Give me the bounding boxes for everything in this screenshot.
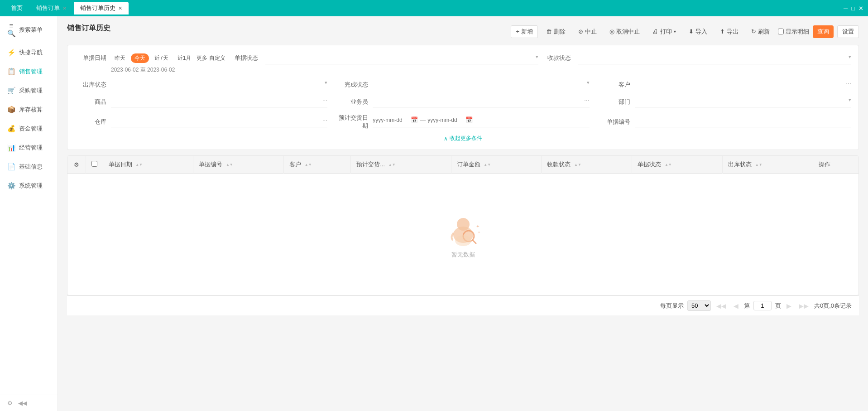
import-button[interactable]: ⬇ 导入 [684, 25, 712, 38]
page-input[interactable] [753, 301, 772, 310]
product-value[interactable]: ··· [111, 95, 327, 107]
table-body: ✦ ✦ 暂无数据 [67, 174, 858, 295]
sidebar-collapse-icon[interactable]: ◀◀ [18, 400, 27, 406]
th-number[interactable]: 单据编号 ▲▼ [193, 156, 284, 174]
new-button[interactable]: + 新增 [511, 25, 538, 38]
warehouse-value[interactable]: ··· [111, 115, 327, 127]
order-number-label: 单据编号 [599, 116, 635, 126]
delivery-status-dropdown-icon: ▾ [325, 80, 327, 86]
sidebar-item-base-info[interactable]: 📄 基础信息 [0, 157, 58, 176]
sidebar-item-search[interactable]: ≡🔍 搜索菜单 [0, 16, 58, 43]
query-button[interactable]: 查询 [813, 25, 834, 38]
delivery-status-value[interactable]: ▾ [111, 77, 327, 90]
customer-value[interactable]: ··· [635, 77, 851, 90]
sidebar-item-system[interactable]: ⚙️ 系统管理 [0, 176, 58, 195]
expected-date-end[interactable] [427, 117, 464, 123]
stop-button[interactable]: ⊘ 中止 [574, 25, 601, 38]
settings-button[interactable]: 设置 [837, 25, 859, 38]
th-order-status[interactable]: 单据状态 ▲▼ [632, 156, 723, 174]
expected-date-sort-icon: ▲▼ [388, 163, 396, 167]
minimize-icon[interactable]: ─ [844, 5, 848, 12]
order-status-value[interactable]: ▾ [265, 52, 538, 64]
th-settings[interactable]: ⚙ [67, 156, 86, 174]
display-checkbox[interactable] [778, 29, 784, 34]
order-number-value[interactable] [635, 115, 851, 127]
delete-icon: 🗑 [546, 28, 552, 35]
calendar-end-icon[interactable]: 📅 [465, 116, 473, 123]
salesperson-value[interactable]: ··· [373, 95, 589, 107]
complete-status-dropdown-icon: ▾ [587, 80, 590, 86]
close-sales-order-tab[interactable]: ✕ [62, 5, 67, 11]
warehouse-label: 仓库 [75, 116, 111, 126]
cancel-stop-button[interactable]: ◎ 取消中止 [605, 25, 644, 38]
export-button[interactable]: ⬆ 导出 [715, 25, 743, 38]
first-page-button[interactable]: ◀◀ [715, 301, 728, 310]
complete-status-value[interactable]: ▾ [373, 77, 589, 90]
last-page-button[interactable]: ▶▶ [797, 301, 810, 310]
column-settings-icon[interactable]: ⚙ [74, 161, 79, 168]
date-yesterday[interactable]: 昨天 [111, 53, 129, 63]
warehouse-ellipsis-icon[interactable]: ··· [322, 116, 328, 124]
inventory-icon: 📦 [7, 106, 15, 114]
date-custom[interactable]: 自定义 [209, 54, 225, 62]
maximize-icon[interactable]: □ [851, 5, 855, 12]
payment-status-dropdown-icon: ▾ [849, 54, 851, 60]
content-area: 销售订单历史 + 新增 🗑 🗑 删除 删除 ⊘ 中止 ◎ 取消中止 [58, 16, 868, 411]
prev-page-button[interactable]: ◀ [732, 301, 740, 310]
expected-date-start[interactable] [373, 117, 409, 123]
date-more[interactable]: 更多 [197, 54, 207, 62]
th-expected-date[interactable]: 预计交货... ▲▼ [351, 156, 451, 174]
display-toggle[interactable]: 显示明细 [778, 28, 809, 36]
calendar-start-icon[interactable]: 📅 [411, 116, 418, 123]
sidebar-item-finance[interactable]: 💰 资金管理 [0, 119, 58, 138]
collapse-bar[interactable]: ∧ 收起更多条件 [75, 133, 851, 143]
sidebar-settings-icon[interactable]: ⚙ [7, 400, 13, 406]
department-value[interactable]: ▾ [635, 95, 851, 107]
close-window-icon[interactable]: ✕ [858, 5, 863, 12]
quick-nav-icon: ⚡ [7, 48, 15, 57]
date-today[interactable]: 今天 [131, 53, 149, 63]
date-filter-options: 昨天 今天 近7天 近1月 更多 自定义 [111, 53, 225, 63]
sidebar-item-quick-nav[interactable]: ⚡ 快捷导航 [0, 43, 58, 62]
tab-sales-order[interactable]: 销售订单 ✕ [30, 2, 73, 15]
sidebar-bottom: ⚙ ◀◀ [0, 395, 58, 411]
refresh-button[interactable]: ↻ 刷新 [747, 25, 774, 38]
customer-ellipsis-icon[interactable]: ··· [846, 79, 851, 87]
per-page-select[interactable]: 50 10 20 100 [687, 300, 711, 311]
base-info-icon: 📄 [7, 163, 15, 171]
product-ellipsis-icon[interactable]: ··· [322, 97, 328, 104]
sidebar-item-sales[interactable]: 📋 销售管理 [0, 62, 58, 81]
next-page-button[interactable]: ▶ [785, 301, 793, 310]
sidebar-item-purchase[interactable]: 🛒 采购管理 [0, 81, 58, 100]
print-button[interactable]: 🖨 打印 ▾ [648, 25, 681, 38]
export-icon: ⬆ [720, 28, 725, 35]
finance-icon: 💰 [7, 125, 15, 133]
complete-status-filter: 完成状态 ▾ [336, 77, 589, 90]
data-table: ⚙ 单据日期 ▲▼ 单据编号 ▲▼ [67, 156, 858, 295]
date-last1m[interactable]: 近1月 [174, 53, 195, 63]
delivery-status-label: 出库状态 [75, 79, 111, 89]
sidebar-item-operations[interactable]: 📊 经营管理 [0, 138, 58, 157]
complete-status-label: 完成状态 [336, 79, 373, 89]
th-amount[interactable]: 订单金额 ▲▼ [451, 156, 542, 174]
select-all-checkbox[interactable] [91, 161, 97, 167]
payment-status-value[interactable]: ▾ [578, 52, 851, 64]
order-number-filter: 单据编号 [599, 112, 851, 130]
collapse-icon: ∧ [444, 135, 448, 142]
sidebar-item-inventory[interactable]: 📦 库存核算 [0, 100, 58, 119]
product-filter: 商品 ··· [75, 95, 327, 107]
date-last7[interactable]: 近7天 [151, 53, 172, 63]
close-history-tab[interactable]: ✕ [118, 5, 122, 11]
th-date[interactable]: 单据日期 ▲▼ [103, 156, 193, 174]
print-dropdown-icon: ▾ [674, 29, 676, 34]
delete-button[interactable]: 🗑 🗑 删除 删除 [542, 25, 570, 38]
th-payment-status[interactable]: 收款状态 ▲▼ [542, 156, 632, 174]
order-status-filter: 单据状态 ▾ [235, 52, 538, 64]
expected-date-label: 预计交货日期 [336, 112, 373, 130]
tab-home[interactable]: 首页 [5, 2, 29, 15]
th-customer[interactable]: 客户 ▲▼ [284, 156, 351, 174]
salesperson-ellipsis-icon[interactable]: ··· [584, 97, 590, 104]
th-delivery-status[interactable]: 出库状态 ▲▼ [723, 156, 813, 174]
tab-sales-order-history[interactable]: 销售订单历史 ✕ [74, 2, 129, 15]
th-checkbox[interactable] [86, 156, 103, 174]
